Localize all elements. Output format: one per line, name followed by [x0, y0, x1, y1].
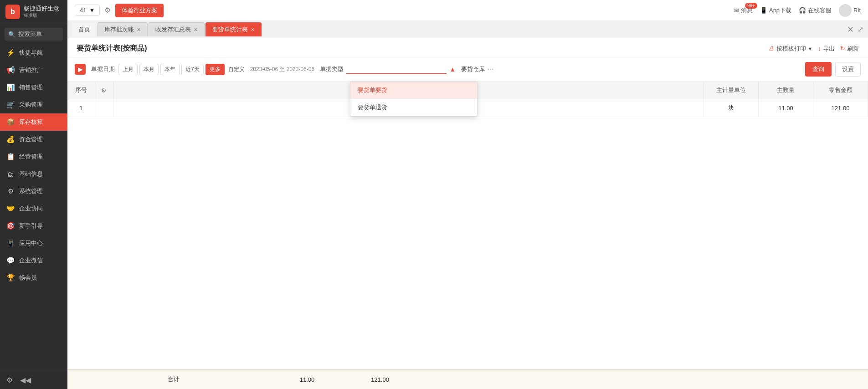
filter-date-btns: 上月 本月 本年 近7天 更多 [118, 64, 225, 75]
guide-icon: 🎯 [6, 222, 15, 230]
sidebar-item-app-center[interactable]: 📱 应用中心 [0, 235, 67, 252]
sidebar-item-wechat[interactable]: 💬 企业微信 [0, 252, 67, 269]
cell-unit: 块 [704, 99, 759, 117]
tab-inventory-batch[interactable]: 库存批次账 ✕ [98, 22, 148, 36]
dropdown-item-order-purchase[interactable]: 要货单要货 [350, 82, 477, 99]
close-tab-icon[interactable]: ✕ [847, 25, 854, 35]
filter-warehouse-label: 要货仓库 [461, 65, 485, 73]
tab-home[interactable]: 首页 [72, 23, 97, 36]
message-action[interactable]: ✉ 消息 99+ [734, 6, 753, 15]
type-dropdown: 要货单要货 要货单退货 [350, 81, 478, 117]
filter-cur-month-btn[interactable]: 本月 [139, 64, 159, 75]
sidebar-item-member[interactable]: 🏆 畅会员 [0, 269, 67, 287]
app-download-action[interactable]: 📱 App下载 [760, 6, 791, 15]
tab-order-summary-close[interactable]: ✕ [251, 27, 255, 33]
export-label: 导出 [823, 45, 835, 53]
sidebar-item-label: 库存核算 [19, 118, 43, 126]
table-container: 序号 ⚙ 商品 主计量单位 主数量 零售金额 1 [67, 82, 868, 369]
export-icon: ↓ [818, 45, 822, 52]
page-actions: 🖨 按模板打印 ▼ ↓ 导出 ↻ 刷新 [769, 45, 859, 53]
dropdown-item-order-return[interactable]: 要货单退货 [350, 99, 477, 116]
tab-home-label: 首页 [78, 26, 90, 34]
settings-footer-icon[interactable]: ⚙ [6, 376, 13, 384]
tab-collect-summary[interactable]: 收发存汇总表 ✕ [149, 22, 205, 36]
cell-settings [95, 99, 113, 117]
filter-7days-btn[interactable]: 近7天 [181, 64, 204, 75]
app-download-label: App下载 [769, 6, 791, 15]
filter-type-label: 单据类型 [320, 65, 344, 73]
query-btn[interactable]: 查询 [805, 62, 832, 77]
tab-order-summary[interactable]: 要货单统计表 ✕ [205, 22, 262, 36]
main-content: 41 ▼ ⚙ 体验行业方案 ✉ 消息 99+ 📱 App下载 🎧 在线客服 Ri… [67, 0, 868, 389]
tab-bar: 首页 库存批次账 ✕ 收发存汇总表 ✕ 要货单统计表 ✕ ✕ ⤢ [67, 21, 868, 38]
collapse-sidebar-icon[interactable]: ◀◀ [20, 376, 31, 384]
filter-prev-month-btn[interactable]: 上月 [118, 64, 138, 75]
col-quantity: 主数量 [759, 82, 813, 99]
col-settings[interactable]: ⚙ [95, 82, 113, 99]
sidebar-item-inventory[interactable]: 📦 库存核算 [0, 113, 67, 131]
filter-cur-year-btn[interactable]: 本年 [160, 64, 180, 75]
sidebar-item-label: 资金管理 [19, 135, 43, 143]
filter-expand-btn[interactable]: ▶ [75, 64, 86, 75]
footer-total-quantity: 11.00 [289, 376, 325, 383]
tab-inventory-batch-close[interactable]: ✕ [137, 27, 141, 33]
sidebar-item-basic[interactable]: 🗂 基础信息 [0, 165, 67, 183]
dropdown-item-label: 要货单要货 [358, 87, 387, 93]
headset-icon: 🎧 [799, 7, 806, 14]
filter-warehouse-group: 要货仓库 ··· [461, 65, 493, 73]
sidebar-item-sales[interactable]: 📊 销售管理 [0, 79, 67, 96]
sidebar-item-quick-nav[interactable]: ⚡ 快捷导航 [0, 44, 67, 61]
col-unit: 主计量单位 [704, 82, 759, 99]
sidebar-item-label: 销售管理 [19, 83, 43, 92]
sidebar-item-label: 采购管理 [19, 101, 43, 109]
print-label: 按模板打印 [776, 45, 806, 53]
tab-bar-right: ✕ ⤢ [847, 25, 863, 35]
cell-amount: 121.00 [813, 99, 868, 117]
filter-actions: 查询 设置 [805, 62, 861, 77]
sidebar-item-marketing[interactable]: 📢 营销推广 [0, 61, 67, 79]
message-badge: 99+ [745, 3, 757, 9]
tab-collect-summary-close[interactable]: ✕ [194, 27, 198, 33]
filter-type-group: 单据类型 ▲ [320, 65, 456, 74]
cell-quantity: 11.00 [759, 99, 813, 117]
sidebar-item-operation[interactable]: 📋 经营管理 [0, 148, 67, 165]
filter-type-input[interactable] [346, 65, 447, 74]
filter-date-label: 单据日期 [91, 65, 115, 73]
sidebar-item-enterprise[interactable]: 🤝 企业协同 [0, 200, 67, 217]
online-service-action[interactable]: 🎧 在线客服 [799, 6, 832, 15]
sidebar-item-finance[interactable]: 💰 资金管理 [0, 131, 67, 148]
app-center-icon: 📱 [6, 239, 15, 247]
nav-menu: ⚡ 快捷导航 📢 营销推广 📊 销售管理 🛒 采购管理 📦 库存核算 💰 资金管… [0, 44, 67, 371]
settings-icon[interactable]: ⚙ [104, 6, 111, 15]
filter-more-btn[interactable]: 更多 [205, 64, 225, 75]
filter-custom-btn[interactable]: 自定义 [228, 66, 245, 73]
sidebar-item-purchase[interactable]: 🛒 采购管理 [0, 96, 67, 113]
footer-total-label: 合计 [168, 375, 180, 384]
enterprise-icon: 🤝 [6, 205, 15, 213]
sidebar-item-system[interactable]: ⚙ 系统管理 [0, 183, 67, 200]
filter-warehouse-more-icon[interactable]: ··· [488, 65, 493, 73]
col-settings-icon[interactable]: ⚙ [101, 87, 107, 94]
user-avatar-action[interactable]: Rit [839, 4, 861, 17]
export-action[interactable]: ↓ 导出 [818, 45, 835, 53]
sidebar-item-guide[interactable]: 🎯 新手引导 [0, 217, 67, 235]
sales-icon: 📊 [6, 83, 15, 92]
sidebar-item-label: 畅会员 [19, 274, 37, 282]
marketing-icon: 📢 [6, 66, 15, 74]
online-service-label: 在线客服 [808, 6, 832, 15]
content-area: 要货单统计表(按商品) 🖨 按模板打印 ▼ ↓ 导出 ↻ 刷新 ▶ [67, 38, 868, 389]
settings-btn[interactable]: 设置 [835, 62, 861, 77]
store-name: 41 [80, 7, 86, 14]
store-selector[interactable]: 41 ▼ [75, 5, 100, 16]
top-header: 41 ▼ ⚙ 体验行业方案 ✉ 消息 99+ 📱 App下载 🎧 在线客服 Ri… [67, 0, 868, 21]
purchase-icon: 🛒 [6, 101, 15, 109]
print-action[interactable]: 🖨 按模板打印 ▼ [769, 45, 813, 53]
expand-tab-icon[interactable]: ⤢ [858, 25, 863, 34]
finance-icon: 💰 [6, 135, 15, 143]
sidebar-item-label: 系统管理 [19, 187, 43, 195]
filter-type-arrow-icon[interactable]: ▲ [449, 66, 456, 73]
refresh-action[interactable]: ↻ 刷新 [840, 45, 859, 53]
trial-btn[interactable]: 体验行业方案 [115, 4, 164, 17]
search-menu[interactable]: 🔍 搜索菜单 [5, 28, 63, 41]
refresh-label: 刷新 [847, 45, 859, 53]
